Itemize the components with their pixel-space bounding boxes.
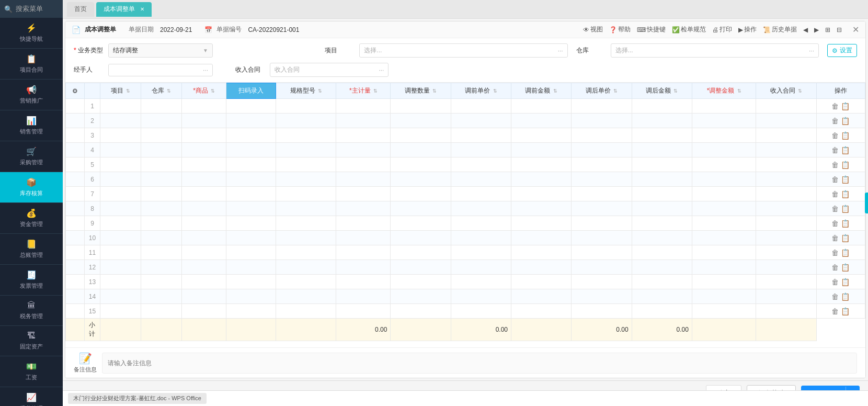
table-cell[interactable] xyxy=(226,289,276,304)
table-cell[interactable] xyxy=(336,157,391,172)
table-cell[interactable] xyxy=(100,260,141,275)
col-gear[interactable]: ⚙ xyxy=(66,83,85,99)
table-cell[interactable] xyxy=(100,275,141,289)
table-cell[interactable] xyxy=(391,172,451,187)
table-cell[interactable] xyxy=(511,275,571,289)
delete-btn[interactable]: 🗑 xyxy=(831,278,839,286)
table-cell[interactable] xyxy=(756,128,816,143)
table-cell[interactable] xyxy=(276,275,336,289)
table-cell[interactable] xyxy=(391,260,451,275)
table-cell[interactable] xyxy=(276,289,336,304)
table-cell[interactable] xyxy=(692,128,756,143)
table-cell[interactable] xyxy=(632,289,692,304)
delete-btn[interactable]: 🗑 xyxy=(831,219,839,228)
table-cell[interactable] xyxy=(572,99,632,114)
table-cell[interactable] xyxy=(182,304,226,319)
table-cell[interactable] xyxy=(692,245,756,260)
warehouse-input[interactable]: 选择... ··· xyxy=(611,43,819,58)
table-cell[interactable] xyxy=(572,157,632,172)
col-prev-amount[interactable]: 调前金额 ⇅ xyxy=(511,83,571,99)
table-cell[interactable] xyxy=(336,201,391,216)
table-cell[interactable] xyxy=(632,304,692,319)
table-cell[interactable] xyxy=(276,143,336,157)
table-cell[interactable] xyxy=(632,143,692,157)
print-btn[interactable]: 🖨 打印 xyxy=(712,25,732,34)
table-cell[interactable] xyxy=(336,245,391,260)
table-cell[interactable] xyxy=(572,245,632,260)
table-cell[interactable] xyxy=(100,172,141,187)
copy-btn[interactable]: 📋 xyxy=(841,131,850,140)
table-cell[interactable] xyxy=(756,143,816,157)
col-goods[interactable]: *商品 ⇅ xyxy=(182,83,226,99)
table-cell[interactable] xyxy=(226,143,276,157)
table-cell[interactable] xyxy=(572,231,632,245)
table-cell[interactable] xyxy=(632,187,692,201)
nav-next-btn[interactable]: ▶ xyxy=(814,26,819,33)
table-cell[interactable] xyxy=(511,216,571,231)
delete-btn[interactable]: 🗑 xyxy=(831,131,839,140)
copy-btn[interactable]: 📋 xyxy=(841,146,850,154)
table-cell[interactable] xyxy=(182,172,226,187)
table-cell[interactable] xyxy=(391,304,451,319)
sidebar-item-invoice[interactable]: 🧾 发票管理 xyxy=(0,265,63,296)
table-cell[interactable] xyxy=(572,216,632,231)
table-cell[interactable] xyxy=(756,275,816,289)
table-cell[interactable] xyxy=(100,114,141,128)
table-cell[interactable] xyxy=(141,275,182,289)
table-cell[interactable] xyxy=(692,216,756,231)
table-cell[interactable] xyxy=(276,99,336,114)
table-cell[interactable] xyxy=(226,187,276,201)
col-unit[interactable]: *主计量 ⇅ xyxy=(336,83,391,99)
table-cell[interactable] xyxy=(336,275,391,289)
table-cell[interactable] xyxy=(141,99,182,114)
table-cell[interactable] xyxy=(451,245,511,260)
table-cell[interactable] xyxy=(391,275,451,289)
view-btn[interactable]: 👁 视图 xyxy=(583,25,603,34)
col-warehouse[interactable]: 仓库 ⇅ xyxy=(141,83,182,99)
table-cell[interactable] xyxy=(756,260,816,275)
table-cell[interactable] xyxy=(451,216,511,231)
table-cell[interactable] xyxy=(572,172,632,187)
copy-btn[interactable]: 📋 xyxy=(841,219,850,228)
table-cell[interactable] xyxy=(100,289,141,304)
sidebar-item-ops[interactable]: 📈 经营管理 xyxy=(0,387,63,406)
table-cell[interactable] xyxy=(451,114,511,128)
sidebar-item-fixed-assets[interactable]: 🏗 固定资产 xyxy=(0,326,63,356)
delete-btn[interactable]: 🗑 xyxy=(831,146,839,154)
table-cell[interactable] xyxy=(632,157,692,172)
table-cell[interactable] xyxy=(511,289,571,304)
table-cell[interactable] xyxy=(276,304,336,319)
table-cell[interactable] xyxy=(226,114,276,128)
table-cell[interactable] xyxy=(336,289,391,304)
table-cell[interactable] xyxy=(100,143,141,157)
table-cell[interactable] xyxy=(182,216,226,231)
table-cell[interactable] xyxy=(632,231,692,245)
table-cell[interactable] xyxy=(511,187,571,201)
table-cell[interactable] xyxy=(632,245,692,260)
table-cell[interactable] xyxy=(182,231,226,245)
table-cell[interactable] xyxy=(632,172,692,187)
sidebar-item-sales[interactable]: 📊 销售管理 xyxy=(0,110,63,141)
table-cell[interactable] xyxy=(141,128,182,143)
table-cell[interactable] xyxy=(141,187,182,201)
table-cell[interactable] xyxy=(756,201,816,216)
table-cell[interactable] xyxy=(391,245,451,260)
table-cell[interactable] xyxy=(226,231,276,245)
table-cell[interactable] xyxy=(336,231,391,245)
handler-input[interactable]: ··· xyxy=(108,64,213,76)
table-cell[interactable] xyxy=(451,260,511,275)
table-cell[interactable] xyxy=(141,216,182,231)
table-cell[interactable] xyxy=(182,275,226,289)
table-cell[interactable] xyxy=(692,114,756,128)
table-cell[interactable] xyxy=(572,201,632,216)
delete-btn[interactable]: 🗑 xyxy=(831,249,839,257)
table-cell[interactable] xyxy=(511,260,571,275)
table-cell[interactable] xyxy=(182,157,226,172)
table-cell[interactable] xyxy=(100,304,141,319)
expand-btn[interactable]: ⊞ xyxy=(825,26,830,33)
delete-btn[interactable]: 🗑 xyxy=(831,175,839,184)
table-cell[interactable] xyxy=(226,128,276,143)
window-close-btn[interactable]: ✕ xyxy=(852,25,859,35)
table-cell[interactable] xyxy=(572,114,632,128)
tab-close-btn[interactable]: ✕ xyxy=(140,6,144,12)
